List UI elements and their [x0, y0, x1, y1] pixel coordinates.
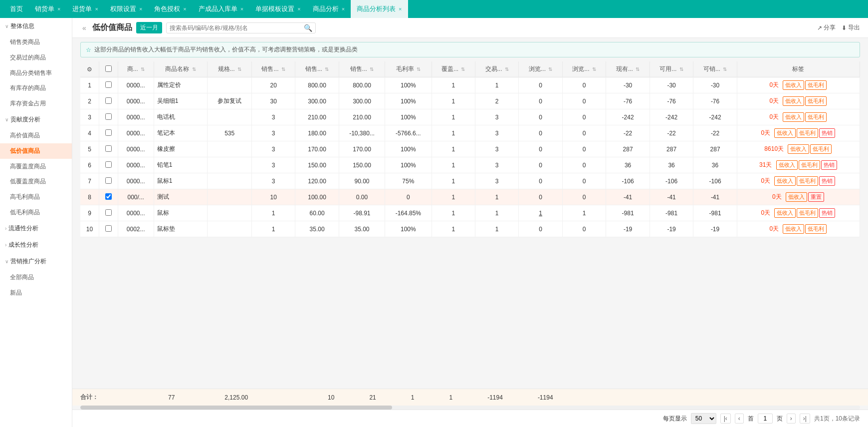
table-row[interactable]: 5 0000... 橡皮擦 3 170.00 170.00 100% 1 3 0… — [80, 141, 860, 157]
row-checkbox[interactable] — [105, 225, 112, 232]
table-row[interactable]: 4 0000... 笔记本 535 3 180.00 -10,380... -5… — [80, 125, 860, 141]
cell-coverage: 1 — [432, 109, 475, 125]
close-icon[interactable]: × — [183, 0, 186, 18]
content-header: « 低价值商品 近一月 🔍 ↗ 分享 ⬇ 导出 — [72, 18, 868, 38]
cell-browse1[interactable]: 0 — [519, 173, 562, 189]
sidebar-section-marketing[interactable]: ∨ 营销推广分析 — [0, 253, 72, 270]
col-settings[interactable]: ⚙ — [80, 61, 99, 77]
tag-label: 低收入 — [783, 96, 804, 106]
cell-browse1[interactable]: 0 — [519, 189, 562, 205]
cell-coverage: 1 — [432, 189, 475, 205]
col-margin: 毛利率 ⇅ — [385, 61, 432, 77]
nav-home[interactable]: 首页 — [4, 0, 29, 18]
sidebar-item-new-goods[interactable]: 新品 — [0, 285, 72, 301]
row-checkbox[interactable] — [105, 193, 112, 200]
row-checkbox[interactable] — [105, 81, 112, 88]
sidebar-item-traded-goods[interactable]: 交易过的商品 — [0, 50, 72, 65]
table-row[interactable]: 1 0000... 属性定价 20 800.00 800.00 100% 1 1… — [80, 77, 860, 93]
cell-browse1[interactable]: 0 — [519, 125, 562, 141]
table-row[interactable]: 9 0000... 鼠标 1 60.00 -98.91 -164.85% 1 1… — [80, 205, 860, 221]
sidebar-section-growth[interactable]: › 成长性分析 — [0, 237, 72, 253]
cell-no: 4 — [80, 125, 99, 141]
cell-browse1[interactable]: 0 — [519, 109, 562, 125]
table-row[interactable]: 6 0000... 铅笔1 3 150.00 150.00 100% 1 3 0… — [80, 157, 860, 173]
row-checkbox[interactable] — [105, 177, 112, 184]
cell-coverage: 1 — [432, 157, 475, 173]
sidebar-collapse-button[interactable]: « — [80, 24, 88, 32]
first-page-button[interactable]: |‹ — [720, 414, 731, 424]
sidebar-section-circulation[interactable]: › 流通性分析 — [0, 220, 72, 237]
close-icon[interactable]: × — [297, 0, 300, 18]
close-icon[interactable]: × — [342, 0, 345, 18]
export-button[interactable]: ⬇ 导出 — [842, 23, 860, 32]
close-icon[interactable]: × — [240, 0, 243, 18]
days-label: 0天 — [769, 97, 779, 104]
search-input[interactable] — [170, 24, 304, 31]
sidebar-item-low-margin[interactable]: 低毛利商品 — [0, 205, 72, 220]
col-avail: 可用... ⇅ — [650, 61, 693, 77]
nav-permission-settings[interactable]: 权限设置 × — [104, 0, 148, 18]
table-row[interactable]: 8 000/... 测试 10 100.00 0.00 0 1 1 0 0 -4… — [80, 189, 860, 205]
col-stock: 现有... ⇅ — [606, 61, 650, 77]
nav-product-analysis[interactable]: 商品分析 × — [307, 0, 351, 18]
sidebar-item-all-goods[interactable]: 全部商品 — [0, 270, 72, 285]
close-icon[interactable]: × — [139, 0, 142, 18]
sidebar-item-sales-goods[interactable]: 销售类商品 — [0, 34, 72, 50]
footer-totals: 77 2,125.00 10 21 1 1 -1194 -1194 — [108, 394, 860, 401]
cell-stock: 36 — [606, 157, 650, 173]
cell-sales-val: 210.00 — [339, 109, 385, 125]
nav-template-settings[interactable]: 单据模板设置 × — [249, 0, 306, 18]
row-checkbox[interactable] — [105, 129, 112, 136]
row-checkbox[interactable] — [105, 161, 112, 168]
nav-purchase-order[interactable]: 进货单 × — [66, 0, 104, 18]
select-all-checkbox[interactable] — [105, 65, 112, 72]
nav-product-warehousing[interactable]: 产成品入库单 × — [193, 0, 249, 18]
nav-sales-order[interactable]: 销货单 × — [29, 0, 66, 18]
next-page-button[interactable]: › — [787, 414, 796, 424]
filter-recent-month-button[interactable]: 近一月 — [136, 22, 162, 33]
sidebar-item-in-stock-goods[interactable]: 有库存的商品 — [0, 80, 72, 96]
close-icon[interactable]: × — [57, 0, 60, 18]
tag-label: 低毛利 — [797, 208, 818, 218]
sidebar-item-category-sales-rate[interactable]: 商品分类销售率 — [0, 65, 72, 81]
cell-no: 2 — [80, 93, 99, 109]
close-icon[interactable]: × — [399, 0, 402, 18]
row-checkbox[interactable] — [105, 145, 112, 152]
sidebar-item-stock-capital[interactable]: 库存资金占用 — [0, 96, 72, 111]
close-icon[interactable]: × — [95, 0, 98, 18]
nav-role-auth[interactable]: 角色授权 × — [148, 0, 192, 18]
row-checkbox[interactable] — [105, 113, 112, 120]
sidebar-section-contribution[interactable]: ∨ 贡献度分析 — [0, 111, 72, 128]
sidebar-item-high-coverage[interactable]: 高覆盖度商品 — [0, 159, 72, 174]
cell-browse1[interactable]: 0 — [519, 141, 562, 157]
sidebar-item-high-margin[interactable]: 高毛利商品 — [0, 189, 72, 205]
sidebar-item-low-coverage[interactable]: 低覆盖度商品 — [0, 174, 72, 189]
col-sell: 可销... ⇅ — [693, 61, 737, 77]
sidebar-item-low-value[interactable]: 低价值商品 — [0, 143, 72, 159]
sidebar-section-overall[interactable]: ∨ 整体信息 — [0, 18, 72, 34]
cell-margin: 100% — [385, 141, 432, 157]
prev-page-button[interactable]: ‹ — [735, 414, 744, 424]
col-sales-val: 销售... ⇅ — [339, 61, 385, 77]
cell-browse1[interactable]: 0 — [519, 221, 562, 237]
page-size-select[interactable]: 50 100 200 — [691, 413, 716, 424]
last-page-button[interactable]: ›| — [800, 414, 810, 424]
table-row[interactable]: 2 0000... 吴细细1 参加复试 30 300.00 300.00 100… — [80, 93, 860, 109]
page-input[interactable] — [758, 414, 773, 424]
cell-browse1[interactable]: 0 — [519, 77, 562, 93]
table-row[interactable]: 7 0000... 鼠标1 3 120.00 90.00 75% 1 3 0 0… — [80, 173, 860, 189]
cell-browse1[interactable]: 1 — [519, 205, 562, 221]
cell-browse1[interactable]: 0 — [519, 93, 562, 109]
cell-browse1[interactable]: 0 — [519, 157, 562, 173]
share-button[interactable]: ↗ 分享 — [817, 23, 836, 32]
sidebar-item-high-value[interactable]: 高价值商品 — [0, 128, 72, 143]
cell-browse2: 0 — [562, 189, 606, 205]
table-row[interactable]: 3 0000... 电话机 3 210.00 210.00 100% 1 3 0… — [80, 109, 860, 125]
cell-spec — [208, 141, 251, 157]
nav-product-analysis-list[interactable]: 商品分析列表 × — [351, 0, 408, 18]
footer-sales-qty: 77 — [168, 394, 175, 401]
row-checkbox[interactable] — [105, 97, 112, 104]
row-checkbox[interactable] — [105, 209, 112, 216]
cell-trans: 3 — [475, 109, 518, 125]
table-row[interactable]: 10 0002... 鼠标垫 1 35.00 35.00 100% 1 1 0 … — [80, 221, 860, 237]
